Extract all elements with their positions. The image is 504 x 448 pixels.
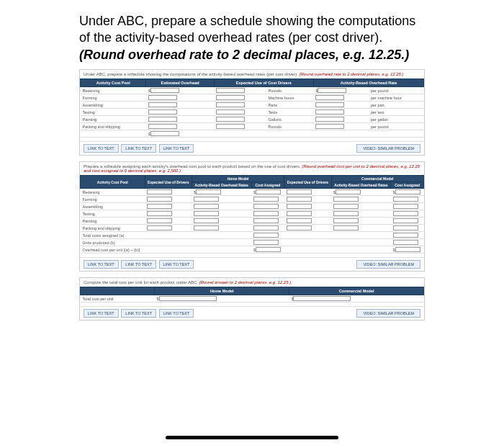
s2-input[interactable] <box>253 211 279 216</box>
table-row: Assembling Parts per part <box>81 102 424 109</box>
table-row: Painting <box>81 218 424 225</box>
s1-driver-input-4[interactable] <box>216 117 245 122</box>
table-row: Total costs assigned (a) <box>81 232 424 239</box>
table-row: Testing Tests per test <box>81 109 424 116</box>
table-row: Testing <box>81 210 424 218</box>
s1-rate-input-4[interactable] <box>315 117 344 122</box>
link-to-text-button[interactable]: LINK TO TEXT <box>159 309 194 318</box>
s1-rate-input-0[interactable] <box>318 88 346 93</box>
table-row: Overhead cost per unit [(a) ÷ (b)]$$ <box>81 246 424 254</box>
s2-input[interactable] <box>256 247 281 252</box>
s2-input[interactable] <box>194 204 219 209</box>
s2-input[interactable] <box>287 225 312 230</box>
s1-overhead-input-1[interactable] <box>148 95 177 100</box>
s2-input[interactable] <box>287 197 312 202</box>
s2-input[interactable] <box>253 233 279 238</box>
s2-input[interactable] <box>393 233 418 238</box>
s3-commercial-input[interactable] <box>293 296 351 301</box>
s2-input[interactable] <box>333 204 359 209</box>
question-heading: Under ABC, prepare a schedule showing th… <box>79 13 425 63</box>
link-to-text-button[interactable]: LINK TO TEXT <box>159 260 194 269</box>
s2-input[interactable] <box>287 204 312 209</box>
question-bold: (Round overhead rate to 2 decimal places… <box>79 48 409 62</box>
s2-input[interactable] <box>194 225 219 230</box>
s1-driver-input-0[interactable] <box>216 88 245 93</box>
link-to-text-button[interactable]: LINK TO TEXT <box>159 144 194 153</box>
s2-input[interactable] <box>253 197 279 202</box>
video-similar-problem-button[interactable]: VIDEO: SIMILAR PROBLEM <box>356 260 420 269</box>
table-row: Forming <box>81 196 424 203</box>
s1-driver-input-5[interactable] <box>216 124 245 129</box>
s2-input[interactable] <box>287 189 312 194</box>
s3-home-input[interactable] <box>159 296 217 301</box>
s2-input[interactable] <box>194 197 219 202</box>
s1-overhead-input-4[interactable] <box>148 117 177 122</box>
video-similar-problem-button[interactable]: VIDEO: SIMILAR PROBLEM <box>356 309 420 318</box>
s2-input[interactable] <box>196 189 221 194</box>
s2-input[interactable] <box>333 218 359 223</box>
s2-input[interactable] <box>253 218 279 223</box>
link-to-text-button[interactable]: LINK TO TEXT <box>121 260 156 269</box>
s1-overhead-input-5[interactable] <box>148 124 177 129</box>
link-to-text-button[interactable]: LINK TO TEXT <box>84 309 119 318</box>
s1-total-input[interactable] <box>150 131 179 136</box>
s2-input[interactable] <box>333 197 359 202</box>
section2-instruction: Prepare a schedule assigning each activi… <box>80 162 424 175</box>
s1-header-rate: Activity-Based Overhead Rate <box>313 79 423 87</box>
section3-link-row: LINK TO TEXT LINK TO TEXT LINK TO TEXT V… <box>80 306 424 320</box>
s2-input[interactable] <box>253 240 279 245</box>
link-to-text-button[interactable]: LINK TO TEXT <box>84 144 119 153</box>
table-row: Assembling <box>81 203 424 210</box>
section1-link-row: LINK TO TEXT LINK TO TEXT LINK TO TEXT V… <box>80 141 424 155</box>
s1-driver-input-3[interactable] <box>216 109 245 115</box>
s2-input[interactable] <box>395 189 420 194</box>
s1-overhead-input-3[interactable] <box>148 109 177 115</box>
s2-input[interactable] <box>393 240 418 245</box>
s2-input[interactable] <box>393 204 418 209</box>
s2-input[interactable] <box>393 211 418 216</box>
s2-input[interactable] <box>333 211 359 216</box>
s2-input[interactable] <box>393 225 418 230</box>
s2-input[interactable] <box>393 197 418 202</box>
s2-input[interactable] <box>194 218 219 223</box>
s1-overhead-input-2[interactable] <box>148 102 177 107</box>
s2-input[interactable] <box>147 197 172 202</box>
s2-input[interactable] <box>253 204 279 209</box>
s1-header-pool: Activity Cost Pool <box>81 79 146 87</box>
table-row: Packing and shipping <box>81 225 424 232</box>
s1-driver-input-1[interactable] <box>216 95 245 100</box>
s2-input[interactable] <box>395 247 420 252</box>
video-similar-problem-button[interactable]: VIDEO: SIMILAR PROBLEM <box>356 144 420 153</box>
section1-instruction: Under ABC, prepare a schedule showing th… <box>80 70 424 79</box>
s2-input[interactable] <box>147 189 172 194</box>
s2-input[interactable] <box>147 211 172 216</box>
s1-rate-input-5[interactable] <box>315 124 344 129</box>
s2-input[interactable] <box>194 211 219 216</box>
s1-rate-input-2[interactable] <box>315 102 344 107</box>
s1-rate-input-3[interactable] <box>315 109 344 115</box>
table-row: Receiving $ Pounds $ per pound <box>81 87 424 94</box>
s2-input[interactable] <box>393 218 418 223</box>
s1-header-overhead: Estimated Overhead <box>146 79 214 87</box>
link-to-text-button[interactable]: LINK TO TEXT <box>84 260 119 269</box>
section-1: Under ABC, prepare a schedule showing th… <box>79 69 425 156</box>
s2-input[interactable] <box>287 211 312 216</box>
s2-input[interactable] <box>147 225 172 230</box>
section-3: Compute the total cost per unit for each… <box>79 277 425 321</box>
s2-input[interactable] <box>253 225 279 230</box>
link-to-text-button[interactable]: LINK TO TEXT <box>121 144 156 153</box>
table-row: Packing and shipping Pounds per pound <box>81 123 424 130</box>
s2-input[interactable] <box>147 204 172 209</box>
s1-rate-input-1[interactable] <box>315 95 344 100</box>
s2-input[interactable] <box>256 189 281 194</box>
s2-input[interactable] <box>333 225 359 230</box>
s2-input[interactable] <box>287 218 312 223</box>
section2-link-row: LINK TO TEXT LINK TO TEXT LINK TO TEXT V… <box>80 257 424 271</box>
s1-overhead-input-0[interactable] <box>150 88 179 93</box>
s1-driver-input-2[interactable] <box>216 102 245 107</box>
link-to-text-button[interactable]: LINK TO TEXT <box>121 309 156 318</box>
s3-header-commercial: Commercial Model <box>289 287 424 295</box>
table-row: Receiving$$$$ <box>81 189 424 196</box>
s2-input[interactable] <box>147 218 172 223</box>
s2-input[interactable] <box>336 189 361 194</box>
